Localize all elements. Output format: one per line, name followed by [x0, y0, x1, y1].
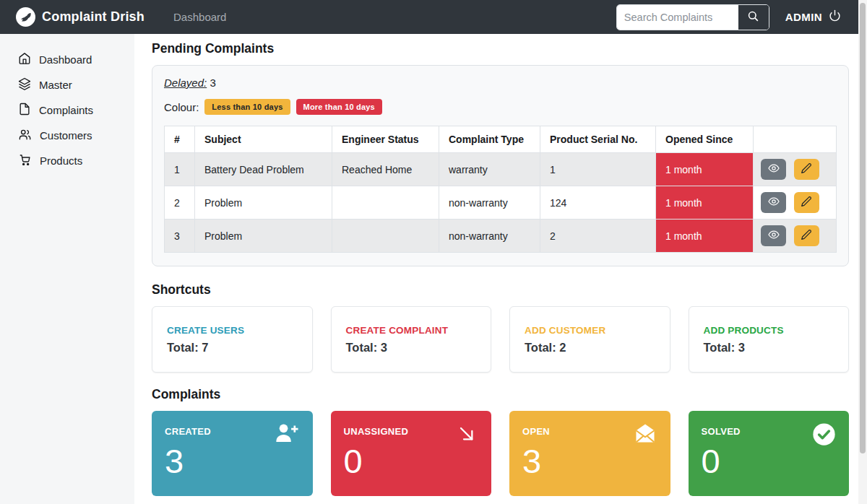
sidebar-item-customers[interactable]: Customers [0, 123, 134, 148]
sidebar-item-products[interactable]: Products [0, 148, 134, 173]
delayed-line: Delayed: 3 [164, 77, 837, 89]
shortcut-create-complaint[interactable]: CREATE COMPLAINT Total: 3 [331, 306, 492, 373]
legend-badge-less-than-10-days: Less than 10 days [204, 99, 290, 115]
cell-num: 1 [165, 153, 195, 186]
power-icon[interactable] [829, 9, 841, 25]
cart-icon [18, 153, 32, 168]
complaints-title: Complaints [152, 387, 849, 402]
sidebar-item-label: Products [40, 155, 82, 167]
cell-subject: Battery Dead Problem [195, 153, 332, 186]
pencil-icon [801, 196, 812, 209]
sidebar-item-complaints[interactable]: Complaints [0, 97, 134, 123]
sidebar-item-label: Master [39, 79, 72, 91]
cell-opened-since: 1 month [656, 186, 754, 220]
search-button[interactable] [738, 5, 769, 30]
cell-complaint-type: non-warranty [439, 220, 540, 253]
cell-engineer-status: Reached Home [332, 153, 439, 186]
col-header-engineer-status: Engineer Status [332, 126, 439, 153]
cell-num: 3 [165, 220, 195, 253]
table-row: 1 Battery Dead Problem Reached Home warr… [165, 153, 837, 186]
col-header-num: # [165, 126, 195, 153]
view-button[interactable] [761, 159, 786, 180]
search-icon [746, 9, 760, 25]
pending-complaints-table: # Subject Engineer Status Complaint Type… [164, 126, 837, 253]
bird-logo-icon [16, 7, 35, 27]
file-icon [18, 103, 31, 118]
pencil-icon [801, 229, 812, 243]
shortcut-total: Total: 3 [704, 341, 834, 355]
edit-button[interactable] [794, 192, 819, 213]
table-row: 2 Problem non-warranty 124 1 month [165, 186, 837, 220]
cell-opened-since: 1 month [656, 220, 754, 253]
stat-value: 3 [165, 443, 300, 480]
shortcut-add-products[interactable]: ADD PRODUCTS Total: 3 [689, 306, 850, 373]
col-header-opened-since: Opened Since [656, 126, 754, 153]
eye-icon [767, 229, 780, 243]
search-group [616, 4, 769, 30]
admin-menu[interactable]: ADMIN [785, 9, 841, 25]
home-icon [18, 52, 31, 67]
stat-card-unassigned[interactable]: UNASSIGNED 0 [331, 411, 492, 496]
cell-engineer-status [332, 186, 439, 220]
shortcut-total: Total: 3 [346, 341, 477, 355]
search-input[interactable] [617, 5, 738, 30]
page-scrollbar-thumb[interactable] [860, 3, 866, 453]
check-circle-icon [812, 422, 836, 449]
table-header-row: # Subject Engineer Status Complaint Type… [165, 126, 837, 153]
envelope-open-icon [633, 422, 657, 447]
view-button[interactable] [761, 192, 786, 213]
col-header-product-serial: Product Serial No. [540, 126, 656, 153]
people-icon [18, 128, 32, 143]
sidebar-item-label: Dashboard [39, 53, 92, 66]
stat-card-created[interactable]: CREATED 3 [152, 411, 313, 496]
view-button[interactable] [761, 225, 786, 246]
shortcut-label: ADD CUSTOMER [525, 325, 655, 336]
pending-complaints-title: Pending Complaints [152, 41, 849, 56]
pending-complaints-card: Delayed: 3 Colour: Less than 10 days Mor… [152, 65, 849, 266]
sidebar-item-label: Complaints [39, 104, 93, 116]
shortcut-total: Total: 7 [167, 341, 298, 355]
shortcut-add-customer[interactable]: ADD CUSTOMER Total: 2 [509, 306, 670, 373]
shortcuts-title: Shortcuts [152, 282, 849, 297]
cell-subject: Problem [195, 186, 332, 220]
colour-label: Colour: [164, 101, 199, 113]
table-row: 3 Problem non-warranty 2 1 month [165, 220, 837, 253]
top-navbar: Complaint Drish Dashboard ADMIN [0, 0, 858, 34]
eye-icon [767, 196, 780, 209]
cell-complaint-type: non-warranty [439, 186, 540, 220]
brand-name: Complaint Drish [42, 9, 144, 25]
admin-label: ADMIN [785, 11, 822, 23]
page-scrollbar-track[interactable] [858, 0, 867, 504]
pencil-icon [801, 162, 812, 176]
cell-subject: Problem [195, 220, 332, 253]
col-header-subject: Subject [195, 126, 332, 153]
cell-product-serial: 124 [540, 186, 656, 220]
shortcut-label: CREATE COMPLAINT [346, 325, 477, 336]
legend-badge-more-than-10-days: More than 10 days [296, 99, 382, 115]
shortcut-total: Total: 2 [525, 341, 655, 355]
nav-dashboard-link[interactable]: Dashboard [173, 11, 226, 23]
sidebar-item-master[interactable]: Master [0, 72, 134, 97]
cell-engineer-status [332, 220, 439, 253]
edit-button[interactable] [794, 225, 819, 246]
person-plus-icon [274, 422, 300, 446]
cell-complaint-type: warranty [439, 153, 540, 186]
layers-icon [18, 77, 31, 92]
shortcut-create-users[interactable]: CREATE USERS Total: 7 [152, 306, 313, 373]
delayed-count: 3 [210, 77, 215, 89]
sidebar: Dashboard Master Complaints Customers Pr… [0, 34, 134, 504]
stat-card-solved[interactable]: SOLVED 0 [689, 411, 850, 496]
delayed-label: Delayed: [164, 77, 207, 89]
brand[interactable]: Complaint Drish [16, 7, 144, 27]
cell-opened-since: 1 month [656, 153, 754, 186]
cell-product-serial: 1 [540, 153, 656, 186]
eye-icon [767, 162, 780, 176]
stat-card-open[interactable]: OPEN 3 [509, 411, 670, 496]
sidebar-item-dashboard[interactable]: Dashboard [0, 47, 134, 72]
col-header-complaint-type: Complaint Type [439, 126, 540, 153]
cell-num: 2 [165, 186, 195, 220]
col-header-actions [754, 126, 837, 153]
edit-button[interactable] [794, 159, 819, 180]
sidebar-item-label: Customers [40, 129, 92, 142]
shortcut-label: CREATE USERS [167, 325, 298, 336]
